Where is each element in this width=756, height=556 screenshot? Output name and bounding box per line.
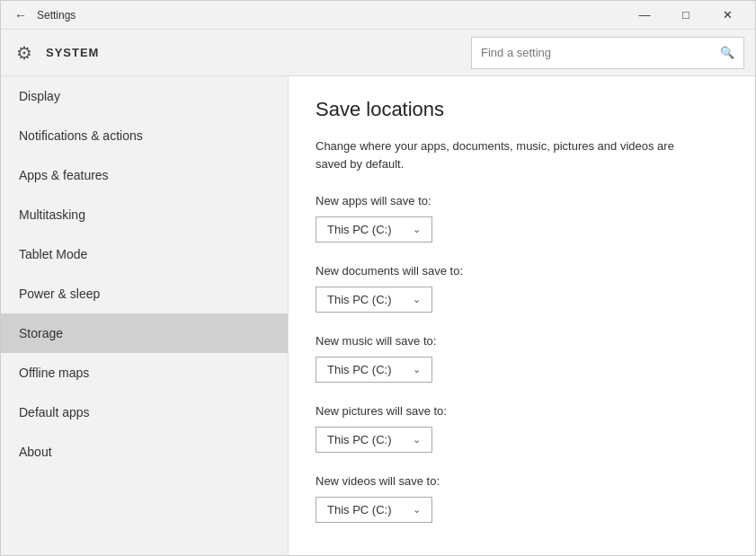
settings-window: ← Settings — □ ✕ ⚙ SYSTEM 🔍 Display Noti… [0,0,756,556]
music-setting-label: New music will save to: [316,334,728,348]
videos-setting-label: New videos will save to: [316,474,728,488]
back-button[interactable]: ← [8,3,33,28]
sidebar-item-label: Default apps [19,405,90,419]
chevron-down-icon: ⌄ [413,434,421,446]
pictures-setting-label: New pictures will save to: [316,404,728,418]
header-row: ⚙ SYSTEM 🔍 [1,30,755,76]
videos-setting-group: New videos will save to: This PC (C:) ⌄ [316,474,728,523]
chevron-down-icon: ⌄ [413,294,421,305]
pictures-dropdown[interactable]: This PC (C:) ⌄ [316,427,432,453]
sidebar-item-label: Multitasking [19,207,85,222]
videos-dropdown-value: This PC (C:) [327,503,392,516]
close-button[interactable]: ✕ [707,1,748,30]
sidebar-item-power[interactable]: Power & sleep [1,274,288,313]
search-icon: 🔍 [720,46,734,59]
window-title: Settings [37,9,76,22]
music-dropdown[interactable]: This PC (C:) ⌄ [316,357,432,383]
sidebar-item-about[interactable]: About [1,432,288,472]
videos-dropdown[interactable]: This PC (C:) ⌄ [316,497,432,523]
documents-dropdown-value: This PC (C:) [327,293,392,306]
minimize-button[interactable]: — [624,1,665,30]
sidebar-item-default-apps[interactable]: Default apps [1,393,288,432]
sidebar: Display Notifications & actions Apps & f… [1,76,289,555]
content-pane: Save locations Change where your apps, d… [289,76,755,555]
chevron-down-icon: ⌄ [413,224,421,235]
apps-dropdown-value: This PC (C:) [327,223,392,236]
sidebar-item-offline-maps[interactable]: Offline maps [1,353,288,393]
sidebar-item-display[interactable]: Display [1,76,288,116]
sidebar-item-label: Offline maps [19,366,89,380]
apps-dropdown[interactable]: This PC (C:) ⌄ [316,216,432,243]
sidebar-item-label: Tablet Mode [19,247,87,261]
system-label: SYSTEM [46,46,99,59]
main-area: Display Notifications & actions Apps & f… [1,76,755,555]
pictures-dropdown-value: This PC (C:) [327,433,392,446]
apps-setting-group: New apps will save to: This PC (C:) ⌄ [316,194,728,243]
documents-setting-label: New documents will save to: [316,264,728,278]
system-icon: ⚙ [12,40,37,66]
sidebar-item-label: Power & sleep [19,287,100,301]
sidebar-item-apps[interactable]: Apps & features [1,155,288,195]
title-bar: ← Settings — □ ✕ [1,1,755,30]
page-description: Change where your apps, documents, music… [316,137,702,172]
sidebar-item-tablet[interactable]: Tablet Mode [1,234,288,274]
apps-setting-label: New apps will save to: [316,194,728,207]
sidebar-item-label: Display [19,89,60,103]
pictures-setting-group: New pictures will save to: This PC (C:) … [316,404,728,453]
search-input[interactable] [481,46,720,59]
search-box[interactable]: 🔍 [471,37,744,69]
window-controls: — □ ✕ [624,1,748,30]
maximize-button[interactable]: □ [665,1,707,30]
page-title: Save locations [316,98,728,121]
sidebar-item-notifications[interactable]: Notifications & actions [1,116,288,155]
documents-dropdown[interactable]: This PC (C:) ⌄ [316,287,432,313]
music-dropdown-value: This PC (C:) [327,363,392,376]
sidebar-item-label: Notifications & actions [19,128,143,143]
music-setting-group: New music will save to: This PC (C:) ⌄ [316,334,728,383]
chevron-down-icon: ⌄ [413,364,421,375]
sidebar-item-multitasking[interactable]: Multitasking [1,195,288,234]
sidebar-item-label: Apps & features [19,168,109,182]
sidebar-item-label: Storage [19,326,63,340]
chevron-down-icon: ⌄ [413,504,421,516]
documents-setting-group: New documents will save to: This PC (C:)… [316,264,728,313]
sidebar-item-storage[interactable]: Storage [1,313,288,353]
sidebar-item-label: About [19,445,52,459]
